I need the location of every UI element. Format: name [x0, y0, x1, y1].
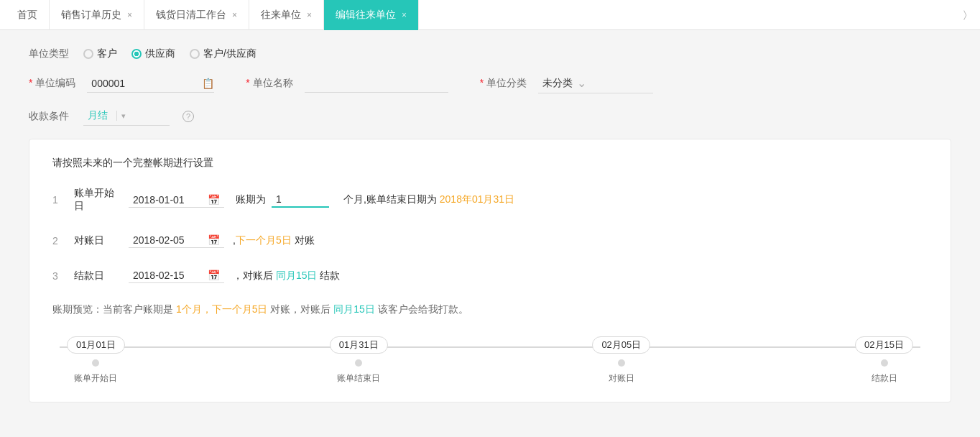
date-field-1[interactable]: [133, 194, 205, 206]
timeline-nodes: 01月01日 账单开始日 01月31日 账单结束日 02月05日 对账日: [67, 336, 913, 385]
period-field-label-2: 对账日: [74, 234, 117, 247]
calendar-icon-1[interactable]: 📅: [208, 194, 220, 206]
tab-daily-workbench[interactable]: 钱货日清工作台 ×: [144, 0, 249, 30]
timeline-container: 01月01日 账单开始日 01月31日 账单结束日 02月05日 对账日: [52, 336, 928, 385]
period-month-input[interactable]: [272, 192, 329, 208]
timeline-date-1: 01月01日: [67, 336, 125, 354]
unit-info-row: 单位编码 📋 单位名称 河南供应商22 单位分类 未分类 ⌄: [29, 73, 951, 93]
next-month-5: 下一个月5日: [236, 234, 292, 246]
radio-customer-label: 客户: [97, 47, 117, 60]
period-suffix-1b: 个月,账单结束日期为 2018年01月31日: [343, 193, 514, 206]
timeline-label-4: 结款日: [872, 372, 897, 385]
period-settings-box: 请按照未来的一个完整帐期进行设置 1 账单开始日 📅 账期为 个月,账单结束日期…: [29, 139, 951, 402]
timeline-node-4: 02月15日 结款日: [855, 336, 913, 385]
timeline-dot-2: [355, 359, 362, 367]
period-index-1: 1: [52, 194, 74, 206]
payment-condition-chevron-down-icon: ▾: [121, 111, 126, 121]
radio-both-circle: [190, 49, 200, 59]
period-row-3: 3 结款日 📅 ，对账后 同月15日 结款: [52, 268, 928, 283]
category-chevron-down-icon: ⌄: [577, 76, 586, 90]
date-field-3[interactable]: [133, 270, 205, 281]
unit-category-label: 单位分类: [480, 77, 527, 90]
timeline-dot-4: [881, 359, 888, 367]
timeline-label-3: 对账日: [609, 372, 634, 385]
tab-edit-partner-close[interactable]: ×: [402, 10, 407, 20]
select-divider: [116, 111, 117, 121]
period-index-3: 3: [52, 270, 74, 282]
same-month-15: 同月15日: [276, 270, 318, 281]
tab-sales-history-close[interactable]: ×: [127, 10, 132, 20]
unit-code-label: 单位编码: [29, 77, 75, 90]
unit-type-row: 单位类型 客户 供应商 客户/供应商: [29, 47, 951, 60]
unit-category-group: 单位分类 未分类 ⌄: [480, 73, 653, 93]
period-field-label-1: 账单开始日: [74, 187, 117, 213]
tab-sales-history-label: 销售订单历史: [61, 9, 121, 22]
tab-home-label: 首页: [17, 9, 37, 22]
timeline-label-1: 账单开始日: [74, 372, 117, 385]
calendar-icon-2[interactable]: 📅: [208, 234, 220, 246]
timeline-dot-1: [92, 359, 99, 367]
radio-supplier[interactable]: 供应商: [131, 47, 175, 60]
tabs-expand-button[interactable]: 〉: [956, 9, 974, 21]
period-end-date: 2018年01月31日: [440, 193, 514, 205]
calendar-icon-3[interactable]: 📅: [208, 270, 220, 281]
preview-mid: 对账，对账后: [267, 303, 333, 315]
period-row-2: 2 对账日 📅 ,下一个月5日 对账: [52, 233, 928, 248]
period-index-2: 2: [52, 235, 74, 247]
timeline-date-3: 02月05日: [592, 336, 650, 354]
unit-category-value: 未分类: [542, 77, 573, 90]
unit-code-group: 单位编码 📋: [29, 75, 214, 93]
preview-text: 账期预览：当前客户账期是 1个月，下一个月5日 对账，对账后 同月15日 该客户…: [52, 303, 928, 316]
tabs-bar: 首页 销售订单历史 × 钱货日清工作台 × 往来单位 × 编辑往来单位 × 〉: [0, 0, 980, 30]
page-content: 单位类型 客户 供应商 客户/供应商 单位编码 📋 单位: [0, 30, 980, 437]
unit-name-label: 单位名称: [246, 77, 292, 90]
radio-supplier-label: 供应商: [145, 47, 175, 60]
payment-condition-label: 收款条件: [29, 110, 69, 123]
preview-val3: 同月15日: [333, 303, 375, 315]
unit-code-input[interactable]: [87, 75, 202, 92]
period-suffix-1: 账期为: [236, 193, 266, 206]
period-suffix-3: ，对账后 同月15日 结款: [233, 270, 340, 282]
tab-partner-units[interactable]: 往来单位 ×: [249, 0, 324, 30]
unit-category-select[interactable]: 未分类 ⌄: [538, 73, 653, 93]
tab-daily-workbench-close[interactable]: ×: [232, 10, 237, 20]
date-field-2[interactable]: [133, 234, 205, 246]
tab-partner-units-label: 往来单位: [261, 9, 301, 22]
unit-name-input[interactable]: 河南供应商22: [305, 75, 448, 93]
date-input-3: 📅: [129, 268, 224, 283]
radio-supplier-circle: [131, 49, 142, 59]
preview-val1: 1个月，: [176, 303, 212, 315]
timeline-node-1: 01月01日 账单开始日: [67, 336, 125, 385]
unit-type-label: 单位类型: [29, 47, 69, 60]
radio-customer-circle: [83, 49, 93, 59]
timeline-date-4: 02月15日: [855, 336, 913, 354]
payment-condition-select[interactable]: 月结 ▾: [83, 106, 170, 126]
radio-both[interactable]: 客户/供应商: [190, 47, 256, 60]
preview-val2: 下一个月5日: [212, 303, 268, 315]
tab-daily-workbench-label: 钱货日清工作台: [156, 9, 226, 22]
date-input-2: 📅: [129, 233, 224, 248]
copy-icon[interactable]: 📋: [202, 78, 214, 89]
period-field-label-3: 结款日: [74, 270, 117, 282]
timeline-node-2: 01月31日 账单结束日: [330, 336, 388, 385]
tab-edit-partner[interactable]: 编辑往来单位 ×: [324, 0, 419, 30]
timeline-label-2: 账单结束日: [337, 372, 380, 385]
preview-label: 账期预览：当前客户账期是: [52, 303, 176, 315]
timeline-dot-3: [618, 359, 625, 367]
help-icon[interactable]: ?: [182, 111, 194, 122]
payment-condition-value: 月结: [88, 109, 108, 122]
payment-condition-row: 收款条件 月结 ▾ ?: [29, 106, 951, 126]
unit-name-group: 单位名称 河南供应商22: [246, 75, 448, 93]
tab-partner-units-close[interactable]: ×: [307, 10, 312, 20]
period-box-title: 请按照未来的一个完整帐期进行设置: [52, 157, 928, 170]
unit-type-radio-group: 客户 供应商 客户/供应商: [83, 47, 256, 60]
timeline-node-3: 02月05日 对账日: [592, 336, 650, 385]
radio-customer[interactable]: 客户: [83, 47, 117, 60]
tab-sales-history[interactable]: 销售订单历史 ×: [50, 0, 144, 30]
period-suffix-2: ,下一个月5日 对账: [233, 234, 315, 247]
date-input-1: 📅: [129, 193, 224, 208]
preview-end: 该客户会给我打款。: [375, 303, 468, 315]
tab-home[interactable]: 首页: [6, 0, 50, 30]
unit-code-input-wrap: 📋: [87, 75, 214, 93]
radio-both-label: 客户/供应商: [203, 47, 256, 60]
